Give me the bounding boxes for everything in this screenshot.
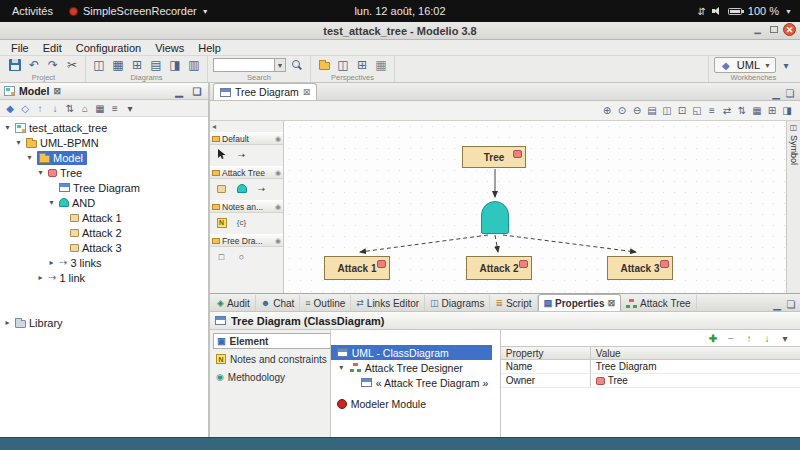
side-tab-notes-constraints[interactable]: N Notes and constraints [213,351,330,367]
tab-tree-diagram[interactable]: Tree Diagram ⊠ [213,83,317,100]
expander-icon[interactable]: ▾ [36,168,45,177]
tab-chat[interactable]: ☻ Chat [256,295,301,311]
search-button[interactable] [289,58,305,73]
clock[interactable]: lun. 12 août, 16:02 [354,5,445,17]
module-tree-item-attack-tree-diagram[interactable]: « Attack Tree Diagram » [331,375,500,390]
tab-audit[interactable]: ◈ Audit [212,295,256,311]
zoom-in-icon[interactable]: ⊕ [600,104,614,117]
menu-file[interactable]: File [4,40,36,55]
diagram-node-attack-3[interactable]: Attack 3 [607,256,673,280]
pin-icon[interactable]: ◉ [275,203,281,211]
expander-icon[interactable]: ▾ [3,123,12,132]
tree-item-and[interactable]: ▾ AND [0,195,208,210]
flat-view-icon[interactable]: ◆ [3,102,17,115]
close-icon[interactable]: ⊠ [53,86,61,96]
close-button[interactable]: ✕ [783,23,796,36]
home-icon[interactable]: ⌂ [78,102,92,115]
palette-collapse-icon[interactable]: ◂ [212,122,216,131]
expander-icon[interactable]: ▾ [47,198,56,207]
diagram-node-attack-2[interactable]: Attack 2 [466,256,532,280]
hierarchy-view-icon[interactable]: ◇ [18,102,32,115]
table-row[interactable]: Owner Tree [501,374,800,388]
close-icon[interactable]: ⊠ [303,87,311,97]
ellipse-tool[interactable]: ○ [233,249,250,264]
undo-button[interactable]: ↶ [26,58,42,73]
pin-icon[interactable]: ◉ [275,169,281,177]
editor-maximize-icon[interactable]: ❏ [783,87,797,100]
constraint-tool[interactable]: {c} [233,215,250,230]
expander-icon[interactable]: ▸ [3,318,12,327]
side-tab-element[interactable]: ▣ Element [213,333,330,349]
table-row[interactable]: Name Tree Diagram [501,360,800,374]
tab-links-editor[interactable]: ⇄ Links Editor [351,295,425,311]
filter-icon[interactable]: ≡ [108,102,122,115]
palette-section-attack-tree[interactable]: Attack Tree ◉ [210,166,283,179]
close-icon[interactable]: ⊠ [607,298,615,308]
pin-icon[interactable]: ◉ [275,237,281,245]
tree-item-tree-diagram[interactable]: Tree Diagram [0,180,208,195]
remove-property-icon[interactable]: − [724,332,738,345]
align-left-icon[interactable]: ≡ [705,104,719,117]
system-tray[interactable]: ⇵ 100 % ▼ [697,5,792,17]
add-property-icon[interactable]: ✚ [706,332,720,345]
activities-button[interactable]: Activités [8,5,57,17]
app-indicator-menu[interactable]: SimpleScreenRecorder ▼ [69,5,209,17]
page-setup-icon[interactable]: ◨ [780,104,794,117]
side-tab-methodology[interactable]: ◉ Methodology [213,369,330,385]
align-vertical-icon[interactable]: ⇅ [735,104,749,117]
sequence-diagram-button[interactable]: ▤ [148,58,164,73]
menu-configuration[interactable]: Configuration [69,40,148,55]
package-diagram-button[interactable]: ▦ [110,58,126,73]
cut-button[interactable]: ✂ [64,58,80,73]
camera-icon[interactable]: ⊡ [675,104,689,117]
editor-minimize-icon[interactable]: ▁ [769,87,783,100]
perspective-layout-button[interactable]: ⊞ [354,58,370,73]
tab-diagrams[interactable]: ◫ Diagrams [425,295,490,311]
panel-maximize-icon[interactable]: ❏ [784,298,798,311]
sort-icon[interactable]: ⇅ [63,102,77,115]
align-horizontal-icon[interactable]: ⇄ [720,104,734,117]
table-menu-icon[interactable]: ▾ [778,332,792,345]
palette-section-free-drawing[interactable]: Free Dra... ◉ [210,234,283,247]
layout-icon[interactable]: ▦ [750,104,764,117]
tree-item-attack-3[interactable]: Attack 3 [0,240,208,255]
menu-edit[interactable]: Edit [36,40,69,55]
tree-item-attack-2[interactable]: Attack 2 [0,225,208,240]
tree-item-library[interactable]: ▸ Library [0,315,208,330]
select-region-icon[interactable]: ◱ [690,104,704,117]
save-image-icon[interactable]: ◫ [660,104,674,117]
show-grid-icon[interactable]: ⊞ [765,104,779,117]
usecase-diagram-button[interactable]: ⊞ [129,58,145,73]
module-tree-item-modeler-module[interactable]: Modeler Module [331,396,500,411]
module-tree-item-attack-tree-designer[interactable]: ▾ Attack Tree Designer [331,360,500,375]
column-header-property[interactable]: Property [501,347,591,359]
view-menu-icon[interactable]: ▾ [123,102,137,115]
menu-views[interactable]: Views [148,40,191,55]
search-input[interactable] [213,58,275,72]
redo-button[interactable]: ↷ [45,58,61,73]
move-down-icon[interactable]: ↓ [760,332,774,345]
tab-script[interactable]: ≣ Script [490,295,537,311]
save-button[interactable] [7,58,23,73]
class-diagram-button[interactable]: ◫ [91,58,107,73]
state-diagram-button[interactable]: ◨ [167,58,183,73]
panel-minimize-icon[interactable]: ▁ [172,85,186,98]
and-gate-tool[interactable] [233,181,250,196]
attack-node-tool[interactable] [213,181,230,196]
palette-section-default[interactable]: Default ◉ [210,132,283,145]
expander-icon[interactable]: ▸ [36,273,45,282]
tree-item-tree[interactable]: ▾ Tree [0,165,208,180]
diagram-canvas[interactable]: Tree Attack 1 Attack 2 [284,121,786,293]
print-icon[interactable]: ▤ [645,104,659,117]
symbol-side-tab[interactable]: ◫ Symbol [786,121,800,293]
maximize-button[interactable] [767,23,780,36]
palette-section-notes[interactable]: Notes an... ◉ [210,200,283,213]
pin-icon[interactable]: ◉ [275,135,281,143]
tree-item-uml-bpmn[interactable]: ▾ UML-BPMN [0,135,208,150]
bpmn-diagram-button[interactable]: ▥ [186,58,202,73]
group-icon[interactable]: ▦ [93,102,107,115]
column-header-value[interactable]: Value [591,347,800,359]
tree-item-model[interactable]: ▾ Model [0,150,208,165]
tree-item-attack-1[interactable]: Attack 1 [0,210,208,225]
workbench-menu-icon[interactable]: ▾ [779,59,793,72]
